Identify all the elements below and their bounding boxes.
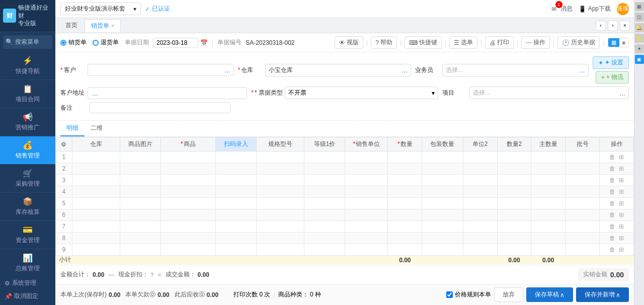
date-input[interactable] bbox=[153, 38, 198, 48]
subtotal-main-qty: 0.00 bbox=[531, 256, 566, 265]
app-download-button[interactable]: 📱 App下载 bbox=[579, 5, 611, 13]
sidebar-item-purchase[interactable]: 🛒 采购管理 bbox=[0, 165, 55, 193]
tabbar: 首页 销货单 × ‹ › × bbox=[55, 18, 634, 33]
realize-label: 实销金额 bbox=[583, 270, 607, 279]
sidebar-item-marketing[interactable]: 📢 营销推广 bbox=[0, 108, 55, 136]
search-menu-button[interactable]: 🔍 搜索菜单 bbox=[3, 35, 52, 49]
address-dots[interactable]: ... bbox=[92, 89, 98, 97]
settings-button[interactable]: ✦ ✦ 设置 bbox=[593, 56, 629, 69]
message-button[interactable]: ✉ 1 消息 bbox=[551, 5, 573, 13]
sidebar-item-project[interactable]: 📋 项目合同 bbox=[0, 80, 55, 108]
row-copy-icon[interactable]: ⊞ bbox=[619, 223, 624, 230]
toolbar-operation-btn[interactable]: ⋯ 操作 bbox=[521, 36, 550, 49]
col-settings[interactable]: ⚙ bbox=[56, 137, 72, 151]
user-avatar[interactable]: 珠珠 bbox=[617, 3, 629, 15]
col-unit2: 单位2 bbox=[463, 137, 497, 151]
row-delete-icon[interactable]: 🗑 bbox=[609, 177, 615, 184]
toolbar-view-btn[interactable]: 👁 视版 bbox=[335, 36, 363, 49]
right-panel-icon-5[interactable]: ✦ bbox=[635, 44, 644, 53]
sidebar-footer-settings[interactable]: ⚙ 系统管理 bbox=[3, 277, 52, 289]
row-copy-icon[interactable]: ⊞ bbox=[619, 177, 624, 184]
project-icon: 📋 bbox=[23, 84, 33, 94]
salesperson-input[interactable]: 选择... ... bbox=[442, 64, 589, 77]
invoice-select[interactable]: 不开票 ▾ bbox=[285, 87, 438, 99]
price-rule-checkbox[interactable]: 价格规则本单 bbox=[446, 290, 491, 299]
company-selector[interactable]: 好业财专业版演示帐套 ▾ bbox=[60, 3, 141, 15]
row-copy-icon[interactable]: ⊞ bbox=[619, 211, 624, 218]
radio-sales-order[interactable]: 销货单 bbox=[60, 38, 87, 47]
address-input[interactable]: ... bbox=[88, 87, 247, 99]
customer-input[interactable]: ... bbox=[88, 64, 234, 76]
tab-prev-button[interactable]: ‹ bbox=[596, 21, 606, 31]
row-copy-icon[interactable]: ⊞ bbox=[619, 235, 624, 242]
right-panel-icon-6[interactable]: ▣ bbox=[635, 55, 644, 64]
row-delete-icon[interactable]: 🗑 bbox=[609, 154, 615, 161]
project-dots[interactable]: ... bbox=[619, 89, 625, 97]
customer-dots[interactable]: ... bbox=[224, 66, 230, 74]
sidebar-item-sales[interactable]: 💰 销售管理 bbox=[0, 136, 55, 165]
logistics-button[interactable]: + + 物流 bbox=[596, 71, 629, 84]
sidebar-item-finance[interactable]: 💳 资金管理 bbox=[0, 221, 55, 249]
list-view-button[interactable]: ≡ bbox=[619, 38, 628, 47]
row-delete-icon[interactable]: 🗑 bbox=[609, 223, 615, 230]
tab-close-icon[interactable]: × bbox=[111, 23, 114, 29]
grid-view-button[interactable]: ▦ bbox=[608, 38, 619, 47]
right-panel-icon-1[interactable]: ▦ bbox=[635, 2, 644, 11]
table-row: 3 🗑 ⊞ bbox=[56, 175, 634, 186]
radio-return-order[interactable]: 退货单 bbox=[93, 38, 119, 47]
tab-next-button[interactable]: › bbox=[608, 21, 618, 31]
view-toggle-group: ▦ ≡ bbox=[608, 38, 629, 47]
row-delete-icon[interactable]: 🗑 bbox=[609, 165, 615, 172]
right-panel-icon-3[interactable]: 🔔 bbox=[635, 23, 644, 32]
customer-field-group: 客户 ... bbox=[60, 64, 234, 76]
toolbar-select-btn[interactable]: ☰ 选单 bbox=[449, 36, 477, 49]
row-copy-icon[interactable]: ⊞ bbox=[619, 165, 624, 172]
abandon-button[interactable]: 放弃 bbox=[494, 287, 523, 302]
row-copy-icon[interactable]: ⊞ bbox=[619, 200, 624, 207]
sidebar-footer-pin[interactable]: 📌 取消固定 bbox=[3, 290, 52, 302]
warehouse-dots[interactable]: ... bbox=[401, 66, 408, 74]
sidebar-nav: ⚡ 快捷导航 📋 项目合同 📢 营销推广 💰 销售管理 🛒 采购管理 📦 库存核… bbox=[0, 52, 55, 274]
row-delete-icon[interactable]: 🗑 bbox=[609, 211, 615, 218]
receivable-value: 0.00 bbox=[207, 291, 218, 298]
row-number: 8 bbox=[56, 233, 72, 244]
tab-detail[interactable]: 明细 bbox=[60, 121, 85, 136]
salesperson-dots[interactable]: ... bbox=[579, 66, 585, 74]
tab-sales-order[interactable]: 销货单 × bbox=[85, 19, 121, 32]
toolbar-history-btn[interactable]: 🕐 历史单据 bbox=[557, 36, 600, 49]
toolbar-help-btn[interactable]: ? 帮助 bbox=[371, 36, 397, 49]
warehouse-input[interactable]: 小宝仓库 ... bbox=[265, 64, 412, 77]
sidebar-item-inventory[interactable]: 📦 库存核算 bbox=[0, 193, 55, 221]
row-copy-icon[interactable]: ⊞ bbox=[619, 188, 624, 195]
project-input[interactable]: 选择... ... bbox=[469, 87, 629, 99]
sidebar: 财 畅捷通好业财 专业版 🔍 搜索菜单 ⚡ 快捷导航 📋 项目合同 📢 营销推广… bbox=[0, 0, 55, 305]
right-panel-icon-2[interactable]: ◫ bbox=[635, 13, 644, 22]
save-draft-button[interactable]: 保存草稿 ∧ bbox=[526, 287, 573, 302]
address-label: 客户地址 bbox=[60, 89, 86, 97]
row-copy-icon[interactable]: ⊞ bbox=[619, 154, 624, 161]
row-delete-icon[interactable]: 🗑 bbox=[609, 246, 615, 253]
price-rule-check[interactable] bbox=[446, 291, 453, 298]
tab-2d[interactable]: 二维 bbox=[85, 121, 109, 136]
toolbar-print-btn[interactable]: 🖨 打印 bbox=[485, 36, 514, 49]
tab-close-button[interactable]: × bbox=[620, 21, 630, 31]
col-scan-input[interactable]: 扫码录入 bbox=[215, 137, 256, 151]
notes-label: 备注 bbox=[60, 104, 86, 112]
table-row: 5 🗑 ⊞ bbox=[56, 198, 634, 209]
help-icon[interactable]: ? bbox=[150, 272, 153, 278]
row-delete-icon[interactable]: 🗑 bbox=[609, 200, 615, 207]
row-delete-icon[interactable]: 🗑 bbox=[609, 235, 615, 242]
calendar-icon[interactable]: 📅 bbox=[200, 39, 208, 46]
sidebar-item-quick-nav[interactable]: ⚡ 快捷导航 bbox=[0, 52, 55, 80]
sidebar-item-account[interactable]: 📊 总账管理 bbox=[0, 249, 55, 274]
row-delete-icon[interactable]: 🗑 bbox=[609, 188, 615, 195]
date-label: 单据日期 bbox=[125, 38, 149, 47]
toolbar-shortcut-btn[interactable]: ⌨ 快捷键 bbox=[405, 36, 442, 49]
save-new-button[interactable]: 保存并新增 ∧ bbox=[576, 287, 629, 302]
realize-value: 0.00 bbox=[610, 271, 624, 279]
right-panel-icon-4[interactable]: ⭐ bbox=[635, 34, 644, 43]
row-copy-icon[interactable]: ⊞ bbox=[619, 246, 624, 253]
receivable-stat: 此后应收⓪ 0.00 bbox=[175, 290, 218, 299]
tab-home[interactable]: 首页 bbox=[59, 19, 84, 32]
notes-input[interactable] bbox=[90, 102, 230, 113]
